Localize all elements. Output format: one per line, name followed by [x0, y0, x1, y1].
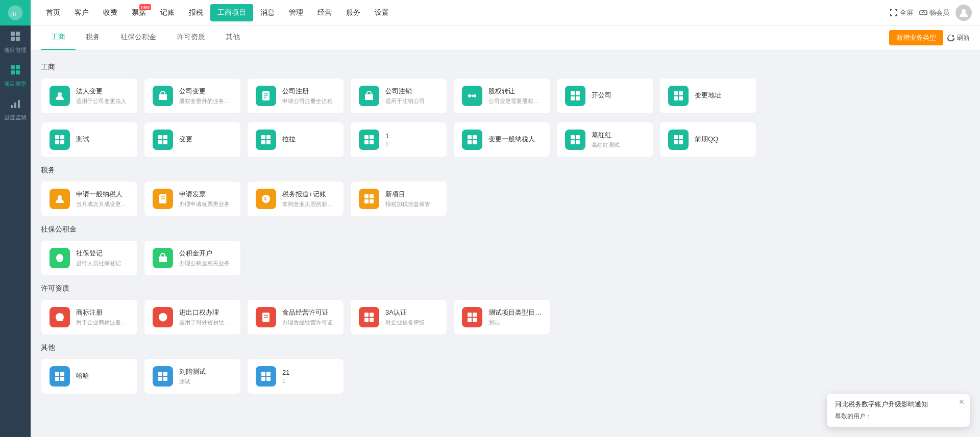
tab-tax[interactable]: 税务	[76, 25, 110, 50]
card-name: 新项目	[385, 190, 430, 199]
card-name: 公司注销	[385, 87, 425, 96]
nav-bookkeeping[interactable]: 记账	[153, 0, 182, 25]
svg-rect-12	[18, 100, 20, 108]
card-icon-liu-pei-test	[153, 366, 173, 387]
card-fund-open[interactable]: 公积金开户 办理公积金相关业务	[144, 240, 241, 276]
svg-rect-90	[158, 372, 162, 376]
card-change-tax[interactable]: 变更一般纳税人	[453, 122, 550, 158]
svg-rect-83	[473, 313, 477, 317]
svg-rect-35	[60, 140, 64, 144]
card-one[interactable]: 1 1	[350, 122, 447, 158]
nav-billing[interactable]: 收费	[96, 0, 125, 25]
card-company-register[interactable]: 公司注册 申请公司注册全流程	[247, 78, 344, 114]
svg-rect-69	[370, 199, 374, 203]
card-test-type[interactable]: 测试项目类型目定义 测试	[453, 299, 550, 335]
topnav: 首页 客户 收费 票据 new 记账 报税 工商项目 消息 管理 经营 服务 设…	[31, 0, 980, 25]
nav-tax[interactable]: 报税	[182, 0, 210, 25]
svg-rect-2	[11, 32, 15, 36]
nav-industry[interactable]: 工商项目	[210, 4, 253, 21]
notification-close-btn[interactable]: ✕	[959, 398, 965, 406]
card-equity-transfer[interactable]: 股权转让 公司变更需要股权转让	[453, 78, 550, 114]
nav-operation[interactable]: 经营	[310, 0, 339, 25]
card-pre-qq[interactable]: 前期QQ	[659, 122, 756, 158]
card-apply-invoice[interactable]: 申请发票 办理申请发票类业务	[144, 181, 241, 217]
logo[interactable]: Ai	[0, 0, 31, 25]
card-icon-equity	[462, 86, 482, 106]
tab-industry[interactable]: 工商	[41, 25, 76, 50]
tab-license[interactable]: 许可资质	[166, 25, 215, 50]
notification-desc: 尊敬的用户：	[835, 412, 962, 421]
card-3a-cert[interactable]: 3A认证 对企业信誉评级	[350, 299, 447, 335]
card-new-project[interactable]: 新项目 报税加税控盘保管	[350, 181, 447, 217]
card-name: 拉拉	[282, 135, 296, 144]
card-gehonghong[interactable]: 葛红红 葛红红测试	[556, 122, 653, 158]
svg-rect-78	[364, 313, 369, 317]
tab-other[interactable]: 其他	[215, 25, 250, 50]
nav-manage[interactable]: 管理	[282, 0, 310, 25]
card-test[interactable]: 测试	[41, 122, 138, 158]
fullscreen-btn[interactable]: 全屏	[890, 8, 913, 17]
card-change-address[interactable]: 变更地址	[659, 78, 756, 114]
sidebar: Ai 项目管理 项目类型	[0, 0, 31, 437]
svg-rect-44	[364, 135, 369, 139]
card-name: 1	[385, 132, 389, 140]
refresh-label: 刷新	[957, 33, 970, 42]
svg-rect-91	[163, 372, 167, 376]
card-apply-tax[interactable]: 申请一般纳税人 当月或次月成变更完成	[41, 181, 138, 217]
svg-rect-39	[163, 140, 167, 144]
nav-ticket[interactable]: 票据 new	[125, 0, 153, 25]
section-title-tax: 税务	[41, 166, 970, 175]
fullscreen-icon	[890, 9, 898, 17]
svg-rect-48	[468, 135, 472, 139]
sidebar-item-project-type[interactable]: 项目类型	[0, 59, 31, 93]
svg-rect-56	[674, 135, 678, 139]
refresh-button[interactable]: 刷新	[947, 33, 970, 42]
vip-btn[interactable]: 畅会员	[919, 8, 949, 17]
nav-message[interactable]: 消息	[253, 0, 282, 25]
card-name: 申请发票	[179, 190, 230, 199]
card-change[interactable]: 变更	[144, 122, 241, 158]
card-import-export[interactable]: 进出口权办理 适用于对外贸易经营者	[144, 299, 241, 335]
card-name: 公积金开户	[179, 249, 230, 258]
card-icon-new-project	[359, 189, 379, 209]
card-legal-change[interactable]: 法人变更 适用于公司变更法人	[41, 78, 138, 114]
svg-text:¥: ¥	[263, 196, 267, 202]
project-manage-icon	[10, 31, 21, 44]
svg-rect-29	[679, 91, 683, 95]
card-desc: 当月或次月成变更完成	[76, 200, 129, 208]
tabs-bar: 工商 税务 社保公积金 许可资质 其他 新增业务类型 刷新	[31, 25, 980, 50]
card-company-cancel[interactable]: 公司注销 适用于注销公司	[350, 78, 447, 114]
card-haha[interactable]: 哈哈	[41, 358, 138, 394]
sidebar-item-project-manage[interactable]: 项目管理	[0, 25, 31, 59]
sidebar-item-progress[interactable]: 进度监测	[0, 93, 31, 126]
card-icon-lala	[256, 130, 276, 150]
new-type-button[interactable]: 新增业务类型	[889, 30, 943, 45]
nav-customer[interactable]: 客户	[67, 0, 96, 25]
card-social-register[interactable]: 社保登记 进行人员社保登记	[41, 240, 138, 276]
svg-rect-94	[261, 372, 265, 376]
card-lala[interactable]: 拉拉	[247, 122, 344, 158]
content-area: 工商 税务 社保公积金 许可资质 其他 新增业务类型 刷新 工商	[31, 25, 980, 437]
card-trademark[interactable]: 商标注册 用于企业商标注册服务	[41, 299, 138, 335]
nav-settings[interactable]: 设置	[368, 0, 396, 25]
svg-rect-47	[370, 140, 374, 144]
svg-rect-30	[674, 96, 678, 100]
card-icon-change-address	[668, 86, 689, 106]
card-liu-pei-test[interactable]: 刘陪测试 测试	[144, 358, 241, 394]
card-desc: 股权变更外的业务变更	[179, 97, 232, 105]
page-content: 工商 法人变更 适用于公司变更法人 公司变更	[31, 50, 980, 437]
nav-home[interactable]: 首页	[39, 0, 67, 25]
svg-rect-50	[468, 140, 472, 144]
card-tax-report[interactable]: ¥ 税务报道+记账 拿到营业执照的新公司	[247, 181, 344, 217]
card-name: 进出口权办理	[179, 308, 232, 317]
card-food-license[interactable]: 食品经营许可证 办理食品经营许可证	[247, 299, 344, 335]
card-open-company[interactable]: 开公司	[556, 78, 653, 114]
nav-service[interactable]: 服务	[339, 0, 368, 25]
card-name: 公司变更	[179, 87, 232, 96]
card-company-change[interactable]: 公司变更 股权变更外的业务变更	[144, 78, 241, 114]
project-type-icon	[10, 64, 21, 78]
avatar[interactable]	[955, 5, 972, 21]
card-twentyone[interactable]: 21 1	[247, 358, 344, 394]
card-icon-company-cancel	[359, 86, 379, 106]
tab-social-fund[interactable]: 社保公积金	[110, 25, 166, 50]
